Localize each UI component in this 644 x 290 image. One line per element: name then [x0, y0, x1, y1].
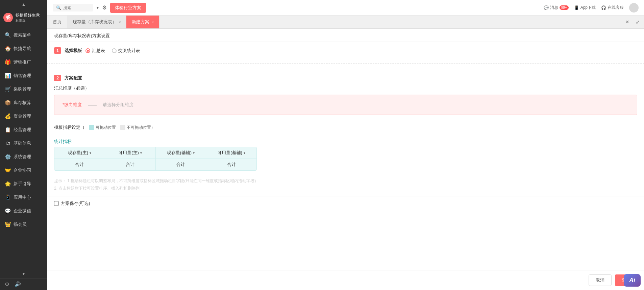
cart-icon: 🛒 — [5, 86, 11, 92]
sidebar-item-label: 销售管理 — [14, 73, 31, 79]
metrics-section: 模板指标设定（ 可拖动位置 不可拖动位置） — [47, 120, 644, 136]
radio-summary-dot — [85, 48, 90, 53]
sidebar-item-member[interactable]: 👑 畅会员 — [0, 218, 47, 231]
step1-section: 1 选择模板 汇总表 交叉统计表 — [47, 42, 644, 63]
sidebar-item-label: 应用中心 — [14, 194, 31, 200]
search-icon: 🔍 — [56, 5, 61, 10]
tab-newplan[interactable]: 新建方案 × — [126, 16, 159, 28]
sidebar-item-purchase[interactable]: 🛒 采购管理 — [0, 82, 47, 96]
tab-newplan-label: 新建方案 — [132, 19, 149, 25]
stats-col-2-header[interactable]: 现存量(基辅) ▾ — [156, 147, 206, 159]
search-input[interactable] — [63, 5, 90, 10]
sidebar-item-weixin[interactable]: 💬 企业微信 — [0, 204, 47, 218]
stats-col-1-body: 合计 — [105, 159, 155, 170]
topbar-dropdown-icon[interactable]: ▾ — [97, 5, 99, 10]
settings-bottom-icon[interactable]: ⚙ — [5, 281, 9, 287]
col-3-chevron[interactable]: ▾ — [244, 151, 245, 155]
audio-bottom-icon[interactable]: 🔊 — [15, 281, 21, 287]
gift-icon: 🎁 — [5, 59, 11, 65]
col-3-label: 可用量(基辅) — [217, 150, 242, 156]
chat-icon: 💬 — [5, 208, 11, 214]
sidebar-item-label: 库存核算 — [14, 100, 31, 106]
tab-home[interactable]: 首页 — [47, 16, 67, 28]
sidebar-item-cooperation[interactable]: 🤝 企业协同 — [0, 164, 47, 177]
sidebar-item-newguide[interactable]: 🌟 新手引导 — [0, 177, 47, 191]
sidebar-item-system[interactable]: ⚙️ 系统管理 — [0, 150, 47, 164]
box-icon: 📦 — [5, 100, 11, 106]
sidebar-item-search[interactable]: 🔍 搜索菜单 — [0, 28, 47, 42]
tab-close-button[interactable]: ✕ — [624, 18, 631, 26]
folder-icon: 🗂 — [5, 140, 11, 146]
tips-section: 提示： 1.拖动标题栏可以调整布局，不可跨维度或指标区域拖动栏目字段(只能在同一… — [47, 173, 644, 196]
sidebar-item-marketing[interactable]: 🎁 营销推广 — [0, 55, 47, 69]
topbar-search-box[interactable]: 🔍 — [53, 4, 93, 11]
radio-cross-label: 交叉统计表 — [118, 48, 140, 54]
tabs-bar: 首页 现存量（库存状况表） × 新建方案 × ✕ ⤢ — [47, 16, 644, 29]
sidebar-item-quicknav[interactable]: 🏠 快捷导航 — [0, 42, 47, 55]
online-service-button[interactable]: 🎧 在线客服 — [601, 5, 624, 10]
mobile-icon: 📱 — [5, 194, 11, 200]
tab-inventory[interactable]: 现存量（库存状况表） × — [67, 16, 126, 28]
cancel-button[interactable]: 取消 — [589, 274, 612, 286]
sidebar-item-label: 采购管理 — [14, 86, 31, 92]
stats-col-2: 现存量(基辅) ▾ 合计 — [156, 147, 206, 170]
stats-col-0: 现存量(主) ▾ 合计 — [54, 147, 105, 170]
col-2-chevron[interactable]: ▾ — [193, 151, 195, 155]
ai-badge[interactable]: Ai — [624, 274, 641, 287]
app-download-button[interactable]: 📱 App下载 — [574, 5, 596, 10]
sidebar-item-operation[interactable]: 📋 经营管理 — [0, 123, 47, 137]
stats-col-1-header[interactable]: 可用量(主) ▾ — [105, 147, 155, 159]
sidebar-logo: 畅 畅捷通好生意 标准版 — [0, 9, 47, 27]
step1-row: 1 选择模板 汇总表 交叉统计表 — [54, 47, 637, 54]
sidebar-item-appcenter[interactable]: 📱 应用中心 — [0, 191, 47, 204]
radio-summary-label: 汇总表 — [92, 48, 105, 54]
message-label: 消息 — [550, 5, 558, 10]
col-2-label: 现存量(基辅) — [167, 150, 192, 156]
user-avatar[interactable] — [629, 3, 639, 13]
message-button[interactable]: 💬 消息 99+ — [544, 5, 569, 10]
gear-icon: ⚙️ — [5, 154, 11, 160]
dimension-box[interactable]: *纵向维度 —— 请选择分组维度 — [54, 95, 637, 115]
sidebar-item-inventory[interactable]: 📦 库存核算 — [0, 96, 47, 110]
sidebar-logo-text: 畅捷通好生意 标准版 — [16, 13, 40, 23]
message-badge: 99+ — [560, 5, 569, 10]
topbar-gear-icon[interactable]: ⚙ — [102, 4, 107, 11]
step1-badge: 1 — [54, 47, 61, 54]
industry-plan-button[interactable]: 体验行业方案 — [110, 3, 146, 13]
sidebar-item-label: 营销推广 — [14, 59, 31, 65]
tab-newplan-close[interactable]: × — [151, 20, 153, 24]
sidebar-item-label: 系统管理 — [14, 154, 31, 160]
save-label: 方案保存(可选) — [61, 200, 90, 207]
step2-row: 2 方案配置 — [54, 75, 637, 81]
nondraggable-legend-box — [120, 125, 125, 130]
sidebar-scroll-up[interactable]: ▲ — [0, 0, 47, 9]
sidebar-item-label: 基础信息 — [14, 140, 31, 146]
message-icon: 💬 — [544, 5, 549, 10]
sidebar-item-finance[interactable]: 💰 资金管理 — [0, 110, 47, 123]
col-1-chevron[interactable]: ▾ — [140, 151, 142, 155]
metrics-title: 模板指标设定（ — [54, 124, 85, 130]
col-0-chevron[interactable]: ▾ — [90, 151, 91, 155]
radio-summary[interactable]: 汇总表 — [85, 48, 105, 54]
save-checkbox[interactable] — [54, 201, 59, 206]
stats-col-0-header[interactable]: 现存量(主) ▾ — [54, 147, 105, 159]
topbar-right: 💬 消息 99+ 📱 App下载 🎧 在线客服 — [544, 3, 639, 13]
tip-text-1: 2. 点击标题栏下拉可设置排序、插入列和删除列 — [54, 185, 637, 192]
radio-cross[interactable]: 交叉统计表 — [112, 48, 140, 54]
tab-expand-button[interactable]: ⤢ — [634, 18, 641, 26]
step1-title: 选择模板 — [65, 48, 82, 54]
content-area: 现存量(库存状况表)方案设置 1 选择模板 汇总表 交叉统计表 — [47, 29, 644, 270]
footer-bar: 取消 查询 — [47, 270, 644, 290]
stats-col-3-header[interactable]: 可用量(基辅) ▾ — [206, 147, 256, 159]
draggable-legend-label: 可拖动位置 — [96, 125, 116, 130]
sidebar-item-label: 企业微信 — [14, 208, 31, 214]
tab-inventory-close[interactable]: × — [119, 20, 121, 24]
headset-icon: 🎧 — [601, 5, 606, 10]
main-area: 🔍 ▾ ⚙ 体验行业方案 💬 消息 99+ 📱 App下载 🎧 在线客服 — [47, 0, 644, 290]
dimension-required-label: *纵向维度 — [63, 102, 82, 108]
sidebar-item-basic[interactable]: 🗂 基础信息 — [0, 137, 47, 150]
sidebar-scroll-down[interactable]: ▼ — [0, 269, 47, 278]
sidebar-nav: 🔍 搜索菜单 🏠 快捷导航 🎁 营销推广 📊 销售管理 🛒 采购管理 📦 库存核… — [0, 27, 47, 269]
col-0-label: 现存量(主) — [68, 150, 89, 156]
sidebar-item-sales[interactable]: 📊 销售管理 — [0, 69, 47, 82]
